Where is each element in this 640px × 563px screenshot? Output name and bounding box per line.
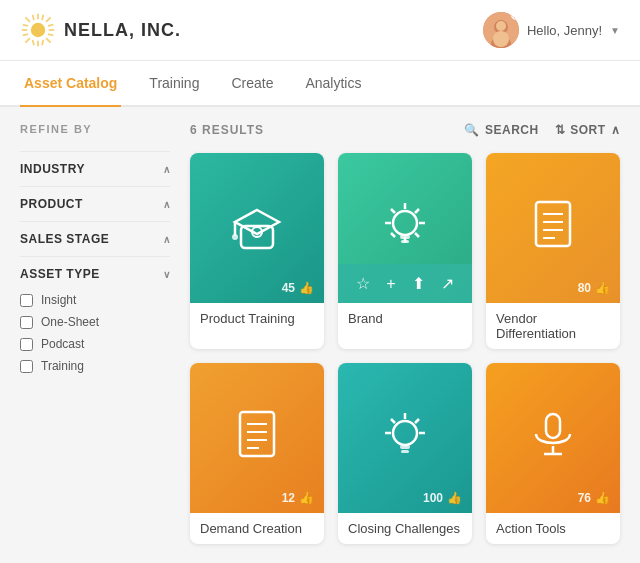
filter-industry-header[interactable]: INDUSTRY ∧ xyxy=(20,162,170,176)
filter-item-podcast[interactable]: Podcast xyxy=(20,333,170,355)
svg-rect-56 xyxy=(546,414,560,438)
svg-line-53 xyxy=(415,419,419,423)
results-count: 6 RESULTS xyxy=(190,123,264,137)
logo-area: NELLA, INC. xyxy=(20,12,181,48)
card-brand[interactable]: ☆ + ⬆ ↗ Brand xyxy=(338,153,472,349)
nav-create[interactable]: Create xyxy=(227,61,277,107)
card-label-5: Closing Challenges xyxy=(338,513,472,544)
svg-rect-55 xyxy=(401,450,409,453)
svg-point-48 xyxy=(393,421,417,445)
svg-rect-43 xyxy=(240,412,274,456)
nav-training[interactable]: Training xyxy=(145,61,203,107)
card-demand-creation[interactable]: 12 👍 Demand Creation xyxy=(190,363,324,544)
svg-rect-36 xyxy=(400,235,410,239)
svg-point-27 xyxy=(393,211,417,235)
svg-line-6 xyxy=(46,38,51,43)
svg-point-25 xyxy=(232,234,238,240)
card-label-1: Product Training xyxy=(190,303,324,334)
content-header: 6 RESULTS 🔍 SEARCH ⇅ SORT ∧ xyxy=(190,123,620,137)
filter-product-header[interactable]: PRODUCT ∧ xyxy=(20,197,170,211)
search-button[interactable]: 🔍 SEARCH xyxy=(464,123,538,137)
svg-line-35 xyxy=(391,233,395,237)
card-badge-4: 12 👍 xyxy=(282,491,314,505)
svg-point-20 xyxy=(496,21,506,31)
thumb-up-icon: 👍 xyxy=(299,281,314,295)
logo-text: NELLA, INC. xyxy=(64,20,181,41)
card-vendor-differentiation[interactable]: 80 👍 Vendor Differentiation xyxy=(486,153,620,349)
card-badge-3: 80 👍 xyxy=(578,281,610,295)
card-action-tools[interactable]: 76 👍 Action Tools xyxy=(486,363,620,544)
filter-sales-stage: SALES STAGE ∧ xyxy=(20,221,170,256)
checkbox-insight[interactable] xyxy=(20,294,33,307)
card-label-2: Brand xyxy=(338,303,472,334)
checkbox-onesheet[interactable] xyxy=(20,316,33,329)
filter-item-onesheet[interactable]: One-Sheet xyxy=(20,311,170,333)
chevron-down-icon: ▼ xyxy=(610,25,620,36)
svg-line-52 xyxy=(391,419,395,423)
bulb-icon xyxy=(378,201,433,256)
card-thumb-6: 76 👍 xyxy=(486,363,620,513)
svg-point-21 xyxy=(493,31,509,47)
svg-line-33 xyxy=(415,233,419,237)
svg-line-34 xyxy=(415,209,419,213)
graduation-icon xyxy=(227,198,287,258)
logo-icon xyxy=(20,12,56,48)
nav: Asset Catalog Training Create Analytics xyxy=(0,61,640,107)
sort-icon: ⇅ xyxy=(555,123,566,137)
card-label-3: Vendor Differentiation xyxy=(486,303,620,349)
card-hover-overlay: ☆ + ⬆ ↗ xyxy=(338,264,472,303)
card-badge-1: 45 👍 xyxy=(282,281,314,295)
svg-rect-37 xyxy=(401,240,409,243)
card-label-6: Action Tools xyxy=(486,513,620,544)
user-area[interactable]: Hello, Jenny! ▼ xyxy=(483,12,620,48)
sort-button[interactable]: ⇅ SORT ∧ xyxy=(555,123,620,137)
card-thumb-4: 12 👍 xyxy=(190,363,324,513)
checkbox-podcast[interactable] xyxy=(20,338,33,351)
add-icon[interactable]: + xyxy=(386,275,395,293)
filter-industry: INDUSTRY ∧ xyxy=(20,151,170,186)
svg-line-32 xyxy=(391,209,395,213)
chevron-down-icon: ∨ xyxy=(163,269,171,280)
svg-line-15 xyxy=(42,15,43,20)
document-icon xyxy=(528,198,578,258)
card-thumb-1: 45 👍 xyxy=(190,153,324,303)
thumb-up-icon: 👍 xyxy=(595,491,610,505)
external-link-icon[interactable]: ↗ xyxy=(441,274,454,293)
chevron-up-icon: ∧ xyxy=(611,123,621,137)
svg-line-16 xyxy=(33,40,34,45)
filter-item-insight[interactable]: Insight xyxy=(20,289,170,311)
svg-line-7 xyxy=(46,17,51,22)
svg-line-8 xyxy=(25,38,30,43)
nav-asset-catalog[interactable]: Asset Catalog xyxy=(20,61,121,107)
mic-icon xyxy=(528,408,578,468)
filter-item-training[interactable]: Training xyxy=(20,355,170,377)
card-label-4: Demand Creation xyxy=(190,513,324,544)
chevron-up-icon: ∧ xyxy=(163,199,171,210)
card-product-training[interactable]: 45 👍 Product Training xyxy=(190,153,324,349)
card-badge-6: 76 👍 xyxy=(578,491,610,505)
card-badge-5: 100 👍 xyxy=(423,491,462,505)
share-icon[interactable]: ⬆ xyxy=(412,274,425,293)
card-closing-challenges[interactable]: 100 👍 Closing Challenges xyxy=(338,363,472,544)
checkbox-training[interactable] xyxy=(20,360,33,373)
nav-analytics[interactable]: Analytics xyxy=(301,61,365,107)
refine-title: REFINE BY xyxy=(20,123,170,135)
svg-line-12 xyxy=(48,34,53,35)
thumb-up-icon: 👍 xyxy=(299,491,314,505)
svg-line-5 xyxy=(25,17,30,22)
main-layout: REFINE BY INDUSTRY ∧ PRODUCT ∧ SALES STA… xyxy=(0,107,640,560)
svg-rect-54 xyxy=(400,445,410,449)
thumb-up-icon: 👍 xyxy=(447,491,462,505)
filter-asset-type-header[interactable]: ASSET TYPE ∨ xyxy=(20,267,170,281)
bookmark-icon[interactable]: ☆ xyxy=(356,274,370,293)
card-thumb-2: ☆ + ⬆ ↗ xyxy=(338,153,472,303)
greeting-text: Hello, Jenny! xyxy=(527,23,602,38)
filter-asset-type: ASSET TYPE ∨ Insight One-Sheet Podcast xyxy=(20,256,170,387)
card-thumb-5: 100 👍 xyxy=(338,363,472,513)
svg-line-10 xyxy=(42,40,43,45)
svg-line-14 xyxy=(23,34,28,35)
content-area: 6 RESULTS 🔍 SEARCH ⇅ SORT ∧ xyxy=(190,123,620,544)
search-icon: 🔍 xyxy=(464,123,480,137)
filter-sales-stage-header[interactable]: SALES STAGE ∧ xyxy=(20,232,170,246)
filter-product: PRODUCT ∧ xyxy=(20,186,170,221)
